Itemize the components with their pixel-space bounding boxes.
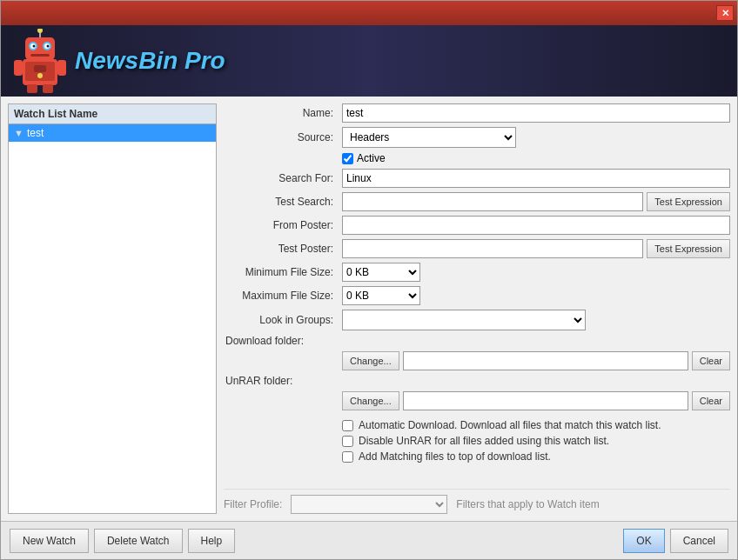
auto-download-label: Automatic Download. Download all files t…: [359, 419, 661, 431]
from-poster-label: From Poster:: [224, 219, 337, 231]
header-banner: NewsBin Pro: [1, 25, 737, 97]
look-in-groups-label: Look in Groups:: [224, 314, 337, 326]
content-area: Watch List Name ▼ test Name: Source: Hea…: [1, 97, 737, 521]
auto-download-row: Automatic Download. Download all files t…: [224, 419, 730, 431]
form-grid: Name: Source: Headers Subject Body: [224, 103, 730, 410]
active-checkbox-label[interactable]: Active: [342, 152, 386, 164]
delete-watch-button[interactable]: Delete Watch: [94, 529, 183, 553]
download-folder-label: Download folder:: [224, 335, 337, 347]
name-label: Name:: [224, 107, 337, 119]
test-poster-row: Test Expression: [342, 239, 730, 258]
watchlist-header: Watch List Name: [9, 104, 216, 124]
logo-pro: Pro: [178, 47, 225, 74]
auto-download-checkbox[interactable]: [342, 420, 353, 431]
active-checkbox[interactable]: [342, 153, 353, 164]
search-for-input[interactable]: [342, 169, 730, 188]
download-folder-input[interactable]: [403, 351, 688, 370]
svg-rect-15: [43, 84, 53, 93]
max-file-size-label: Maximum File Size:: [224, 290, 337, 302]
download-folder-row: Change... Clear: [342, 351, 730, 370]
name-input[interactable]: [342, 103, 730, 123]
filter-profile-label: Filter Profile:: [224, 498, 282, 510]
add-matching-row: Add Matching files to top of download li…: [224, 450, 730, 463]
source-label: Source:: [224, 131, 337, 143]
logo-text: NewsBin Pro: [75, 47, 225, 75]
list-item-label: test: [27, 127, 44, 139]
svg-point-7: [33, 44, 36, 47]
test-search-row: Test Expression: [342, 192, 730, 211]
max-file-size-select[interactable]: 0 KB1 KB10 KB100 KB1 MB: [342, 286, 420, 305]
active-row: Active: [342, 152, 730, 164]
filter-icon: ▼: [14, 128, 23, 138]
disable-unrar-label: Disable UnRAR for all files added using …: [359, 435, 609, 447]
help-button[interactable]: Help: [188, 529, 236, 553]
svg-point-17: [37, 73, 43, 78]
logo-area: NewsBin Pro: [10, 29, 225, 94]
active-label-text: Active: [357, 152, 386, 164]
source-select[interactable]: Headers Subject Body: [342, 127, 516, 148]
svg-rect-16: [34, 65, 46, 72]
test-poster-label: Test Poster:: [224, 243, 337, 255]
ok-button[interactable]: OK: [623, 529, 664, 553]
add-matching-label: Add Matching files to top of download li…: [359, 450, 551, 463]
from-poster-input[interactable]: [342, 216, 730, 235]
disable-unrar-checkbox[interactable]: [342, 436, 353, 447]
test-poster-input[interactable]: [342, 239, 643, 258]
unrar-folder-input[interactable]: [403, 391, 688, 410]
svg-rect-12: [14, 60, 23, 76]
new-watch-button[interactable]: New Watch: [10, 529, 89, 553]
main-window: ✕: [0, 0, 738, 560]
search-for-label: Search For:: [224, 172, 337, 184]
look-in-groups-select[interactable]: [342, 310, 586, 330]
download-clear-button[interactable]: Clear: [692, 351, 730, 370]
bottom-bar: New Watch Delete Watch Help OK Cancel: [1, 521, 737, 559]
unrar-change-button[interactable]: Change...: [342, 391, 399, 410]
title-bar: ✕: [1, 1, 737, 25]
close-button[interactable]: ✕: [716, 5, 734, 21]
filter-section: Filter Profile: Filters that apply to Wa…: [224, 489, 730, 514]
test-expression-button-1[interactable]: Test Expression: [647, 192, 730, 211]
unrar-folder-row: Change... Clear: [342, 391, 730, 410]
test-search-input[interactable]: [342, 192, 643, 211]
filter-profile-select[interactable]: [291, 495, 447, 514]
test-expression-button-2[interactable]: Test Expression: [647, 239, 730, 258]
svg-rect-13: [57, 60, 66, 76]
unrar-clear-button[interactable]: Clear: [692, 391, 730, 410]
disable-unrar-row: Disable UnRAR for all files added using …: [224, 435, 730, 447]
watchlist-body: ▼ test: [9, 124, 216, 513]
min-file-size-select[interactable]: 0 KB1 KB10 KB100 KB1 MB: [342, 263, 420, 282]
download-change-button[interactable]: Change...: [342, 351, 399, 370]
logo-robot-icon: [10, 29, 70, 94]
unrar-folder-label: UnRAR folder:: [224, 375, 337, 387]
min-file-size-row: 0 KB1 KB10 KB100 KB1 MB: [342, 263, 730, 282]
test-search-label: Test Search:: [224, 196, 337, 208]
cancel-button[interactable]: Cancel: [670, 529, 728, 553]
min-file-size-label: Minimum File Size:: [224, 266, 337, 278]
add-matching-checkbox[interactable]: [342, 451, 353, 463]
logo-bin: Bin: [138, 47, 178, 74]
list-item[interactable]: ▼ test: [9, 124, 216, 142]
filters-note: Filters that apply to Watch item: [456, 498, 599, 510]
checkboxes-section: Automatic Download. Download all files t…: [224, 419, 730, 463]
logo-news: News: [75, 47, 138, 74]
right-panel: Name: Source: Headers Subject Body: [224, 103, 730, 514]
watchlist-panel: Watch List Name ▼ test: [8, 103, 217, 514]
max-file-size-row: 0 KB1 KB10 KB100 KB1 MB: [342, 286, 730, 305]
svg-rect-11: [30, 54, 50, 57]
svg-rect-14: [27, 84, 37, 93]
svg-point-8: [47, 44, 50, 47]
svg-point-10: [37, 29, 43, 33]
